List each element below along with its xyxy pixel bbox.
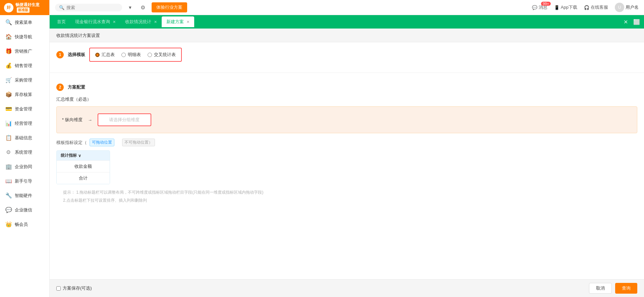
sidebar-item-inventory[interactable]: 📦 库存核算	[0, 87, 49, 102]
inventory-icon: 📦	[5, 91, 11, 98]
online-service-label: 在线客服	[591, 4, 608, 10]
metrics-group-body: 收款金额 合计	[57, 160, 110, 184]
sidebar-item-basic-info[interactable]: 📋 基础信息	[0, 131, 49, 145]
sidebar-item-label: 新手引导	[15, 178, 32, 184]
message-icon: 💬	[532, 5, 537, 10]
tab-bank-flow[interactable]: 现金银行流水查询 ✕	[70, 16, 120, 27]
sales-icon: 💰	[5, 62, 11, 69]
header-right: 💬 消息 99+ 📱 App下载 🎧 在线客服 U 用户名	[532, 3, 639, 12]
tip-line2: 2.点击标题栏下拉可设置排序、插入列和删除列	[63, 196, 631, 204]
avatar: U	[615, 3, 624, 12]
content-area: 收款情况统计方案设置 1 选择模板 汇总表 明细表	[50, 29, 644, 297]
radio-cross[interactable]: 交叉统计表	[148, 52, 176, 58]
radio-detail-label[interactable]: 明细表	[128, 52, 141, 58]
search-box[interactable]: 🔍	[55, 4, 122, 11]
member-icon: 👑	[5, 221, 11, 228]
dimension-select[interactable]: 请选择分组维度	[98, 113, 151, 126]
sidebar-item-member[interactable]: 👑 畅会员	[0, 217, 49, 232]
tab-collection-stats-close[interactable]: ✕	[154, 20, 157, 24]
sidebar-item-enterprise[interactable]: 🏢 企业协同	[0, 159, 49, 174]
radio-cross-label[interactable]: 交叉统计表	[154, 52, 176, 58]
sidebar-item-finance[interactable]: 💳 资金管理	[0, 102, 49, 116]
tab-close-all-icon[interactable]: ✕	[622, 17, 629, 27]
sidebar-item-business[interactable]: 📊 经营管理	[0, 116, 49, 131]
message-btn[interactable]: 💬 消息 99+	[532, 4, 547, 10]
radio-summary-input[interactable]	[95, 53, 100, 57]
system-icon: ⚙	[5, 149, 11, 155]
online-service-icon: 🎧	[584, 5, 589, 10]
template-selection-box: 汇总表 明细表 交叉统计表	[89, 48, 182, 62]
tab-new-plan[interactable]: 新建方案 ✕	[162, 16, 194, 27]
bottom-buttons: 取消 查询	[589, 283, 637, 294]
username-label: 用户名	[626, 4, 639, 10]
sidebar-item-label: 采购管理	[15, 77, 32, 83]
save-option-checkbox[interactable]	[56, 286, 61, 291]
app-download-btn[interactable]: 📱 App下载	[554, 4, 577, 10]
metrics-section: 模板指标设定（ 可拖动位置 不可拖动位置） 统计指标 ∨	[56, 139, 637, 184]
radio-summary[interactable]: 汇总表	[95, 52, 115, 58]
sidebar-item-label: 库存核算	[15, 92, 32, 98]
sidebar-item-marketing[interactable]: 🎁 营销推广	[0, 44, 49, 58]
dimension-section: 汇总维度（必选） * 纵向维度 → 请选择分组维度	[56, 96, 637, 133]
online-service-btn[interactable]: 🎧 在线客服	[584, 4, 608, 10]
sidebar-item-label: 企业微信	[15, 207, 32, 213]
save-option-label[interactable]: 方案保存(可选)	[63, 285, 92, 291]
search-icon: 🔍	[59, 5, 64, 10]
purchase-icon: 🛒	[5, 77, 11, 83]
sidebar-item-label: 智能硬件	[15, 193, 32, 199]
sidebar-item-wechat[interactable]: 💬 企业微信	[0, 203, 49, 217]
page-title: 收款情况统计方案设置	[50, 29, 644, 42]
tab-maximize-icon[interactable]: ⬜	[632, 17, 641, 27]
sidebar-item-label: 基础信息	[15, 135, 32, 141]
sidebar-item-purchase[interactable]: 🛒 采购管理	[0, 73, 49, 87]
tab-home-label: 首页	[57, 19, 66, 25]
tips-section: 提示： 1.拖动标题栏可以调整布局，不可跨维度或指标区域拖动栏目字段(只能在同一…	[56, 184, 637, 208]
settings-icon[interactable]: ⚙	[138, 3, 148, 12]
search-input[interactable]	[66, 5, 113, 10]
radio-detail[interactable]: 明细表	[121, 52, 141, 58]
radio-cross-input[interactable]	[148, 53, 152, 57]
save-option: 方案保存(可选)	[56, 285, 92, 291]
hardware-icon: 🔧	[5, 192, 11, 199]
tab-collection-stats[interactable]: 收款情况统计 ✕	[120, 16, 162, 27]
tab-bank-flow-close[interactable]: ✕	[113, 20, 116, 24]
logo-icon: 好	[4, 3, 13, 12]
finance-icon: 💳	[5, 106, 11, 112]
divider1	[50, 72, 644, 73]
sidebar-item-sales[interactable]: 💰 销售管理	[0, 58, 49, 73]
guide-icon: 📖	[5, 178, 11, 184]
drag-tag: 可拖动位置	[90, 139, 114, 146]
tab-bar: 首页 现金银行流水查询 ✕ 收款情况统计 ✕ 新建方案 ✕ ✕ ⬜	[50, 15, 644, 29]
dimension-arrow: →	[88, 117, 92, 122]
metrics-item-label: 合计	[79, 175, 88, 181]
query-button[interactable]: 查询	[615, 283, 637, 294]
sidebar-item-system[interactable]: ⚙ 系统管理	[0, 145, 49, 159]
sidebar-item-label: 营销推广	[15, 48, 32, 54]
metrics-item-collection-amount: 收款金额	[57, 160, 110, 172]
sidebar-item-label: 快捷导航	[15, 34, 32, 40]
tab-home[interactable]: 首页	[52, 16, 70, 27]
tab-new-plan-close[interactable]: ✕	[186, 20, 190, 24]
user-avatar[interactable]: U 用户名	[615, 3, 639, 12]
no-drag-tag: 不可拖动位置）	[122, 139, 155, 146]
industry-btn[interactable]: 体验行业方案	[152, 2, 187, 12]
version-badge: 标准版	[17, 7, 30, 13]
sidebar-item-guide[interactable]: 📖 新手引导	[0, 174, 49, 188]
sidebar-item-hardware[interactable]: 🔧 智能硬件	[0, 188, 49, 203]
dimension-title: 汇总维度（必选）	[56, 96, 637, 102]
sidebar-item-search-menu[interactable]: 🔍 搜索菜单	[0, 15, 49, 30]
sidebar-item-quick-nav[interactable]: 🏠 快捷导航	[0, 30, 49, 44]
message-badge: 99+	[541, 2, 551, 6]
tab-collection-stats-label: 收款情况统计	[125, 19, 151, 25]
search-dropdown-icon[interactable]: ▼	[126, 3, 134, 11]
radio-summary-label[interactable]: 汇总表	[102, 52, 115, 58]
dimension-area: * 纵向维度 → 请选择分组维度	[56, 106, 637, 133]
wechat-icon: 💬	[5, 207, 11, 213]
tip-line1: 提示： 1.拖动标题栏可以调整布局，不可跨维度或指标区域拖动栏目字段(只能在同一…	[63, 188, 631, 196]
metrics-sep	[117, 140, 119, 145]
enterprise-icon: 🏢	[5, 163, 11, 170]
metrics-header: 模板指标设定（ 可拖动位置 不可拖动位置）	[56, 139, 637, 146]
cancel-button[interactable]: 取消	[589, 283, 612, 294]
metrics-dropdown-icon[interactable]: ∨	[78, 153, 81, 158]
radio-detail-input[interactable]	[121, 53, 126, 57]
